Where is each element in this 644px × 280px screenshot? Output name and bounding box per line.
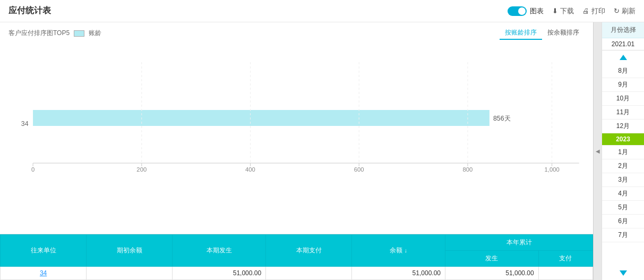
toggle-dot bbox=[518, 7, 526, 15]
print-label: 打印 bbox=[591, 6, 605, 16]
refresh-icon: ↻ bbox=[614, 7, 620, 15]
header-actions: 图表 ⬇ 下载 🖨 打印 ↻ 刷新 bbox=[508, 6, 636, 16]
th-current-payment: 本期支付 bbox=[266, 235, 352, 267]
sidebar-collapse-handle[interactable]: ◀ bbox=[593, 22, 602, 280]
th-vendor: 往来单位 bbox=[1, 235, 87, 267]
sidebar-year[interactable]: 2021.01 bbox=[602, 38, 644, 50]
refresh-label: 刷新 bbox=[622, 6, 636, 16]
sidebar-up-button[interactable] bbox=[602, 50, 644, 64]
td-current-occurrence: 51,000.00 bbox=[173, 267, 266, 280]
legend-box bbox=[74, 30, 84, 37]
chart-wrapper: 34 856天 0 200 400 600 bbox=[0, 42, 593, 234]
sidebar: 月份选择 2021.01 8月9月10月11月12月20231月2月3月4月5月… bbox=[602, 22, 644, 280]
download-icon: ⬇ bbox=[552, 7, 558, 15]
td-opening bbox=[87, 267, 173, 280]
sidebar-month[interactable]: 8月 bbox=[602, 64, 644, 78]
sort-by-amount-tab[interactable]: 按余额排序 bbox=[542, 27, 585, 40]
chart-legend: 客户应付排序图TOP5 账龄 bbox=[8, 29, 101, 38]
sidebar-month[interactable]: 12月 bbox=[602, 120, 644, 133]
sidebar-month[interactable]: 2023 bbox=[602, 133, 644, 146]
svg-text:0: 0 bbox=[31, 166, 35, 173]
table-section: 往来单位 期初余额 本期发生 本期支付 余额 ↓ 本年累计 发生 bbox=[0, 234, 593, 280]
th-balance: 余额 ↓ bbox=[352, 235, 445, 267]
chevron-down-icon[interactable] bbox=[620, 270, 627, 276]
sidebar-month[interactable]: 6月 bbox=[602, 215, 644, 228]
chevron-up-icon[interactable] bbox=[620, 55, 627, 60]
header: 应付统计表 图表 ⬇ 下载 🖨 打印 ↻ 刷新 bbox=[0, 0, 644, 22]
bar-chart: 34 856天 0 200 400 600 bbox=[8, 46, 585, 195]
sidebar-month[interactable]: 9月 bbox=[602, 78, 644, 92]
td-balance: 51,000.00 bbox=[352, 267, 445, 280]
th-ytd-occurrence: 发生 bbox=[445, 251, 539, 267]
sidebar-month[interactable]: 3月 bbox=[602, 173, 644, 187]
app-container: 应付统计表 图表 ⬇ 下载 🖨 打印 ↻ 刷新 bbox=[0, 0, 644, 280]
chart-legend-label: 客户应付排序图TOP5 bbox=[8, 29, 70, 38]
table-row: 34 51,000.00 51,000.00 51,000.00 bbox=[1, 267, 593, 280]
download-button[interactable]: ⬇ 下载 bbox=[552, 6, 574, 16]
sidebar-month[interactable]: 2月 bbox=[602, 159, 644, 173]
toggle-label: 图表 bbox=[530, 6, 544, 16]
sidebar-month[interactable]: 7月 bbox=[602, 228, 644, 242]
chart-bar bbox=[33, 110, 490, 126]
sort-by-balance-tab[interactable]: 按账龄排序 bbox=[500, 27, 542, 40]
sidebar-month[interactable]: 10月 bbox=[602, 92, 644, 106]
legend-box-label: 账龄 bbox=[89, 29, 101, 38]
bar-value-label: 856天 bbox=[493, 115, 511, 122]
download-label: 下载 bbox=[560, 6, 574, 16]
td-ytd-payment bbox=[538, 267, 593, 280]
collapse-icon: ◀ bbox=[596, 148, 600, 154]
data-table: 往来单位 期初余额 本期发生 本期支付 余额 ↓ 本年累计 发生 bbox=[0, 234, 593, 280]
sidebar-header: 月份选择 bbox=[602, 22, 644, 38]
sort-tabs: 按账龄排序 按余额排序 bbox=[500, 27, 585, 40]
svg-text:400: 400 bbox=[245, 166, 255, 173]
print-button[interactable]: 🖨 打印 bbox=[582, 6, 605, 16]
sidebar-month[interactable]: 1月 bbox=[602, 146, 644, 159]
sidebar-months: 8月9月10月11月12月20231月2月3月4月5月6月7月 bbox=[602, 64, 644, 266]
chart-toggle[interactable] bbox=[508, 6, 527, 16]
th-ytd-payment: 支付 bbox=[538, 251, 593, 267]
svg-text:800: 800 bbox=[463, 166, 473, 173]
sidebar-down-button[interactable] bbox=[602, 266, 644, 280]
y-axis-label: 34 bbox=[21, 120, 29, 128]
chart-controls: 客户应付排序图TOP5 账龄 按账龄排序 按余额排序 bbox=[0, 22, 593, 42]
td-current-payment bbox=[266, 267, 352, 280]
th-current-occurrence: 本期发生 bbox=[173, 235, 266, 267]
page-title: 应付统计表 bbox=[8, 5, 51, 16]
td-ytd-occurrence: 51,000.00 bbox=[445, 267, 539, 280]
svg-text:600: 600 bbox=[354, 166, 364, 173]
th-opening: 期初余额 bbox=[87, 235, 173, 267]
sidebar-month[interactable]: 5月 bbox=[602, 201, 644, 215]
svg-text:200: 200 bbox=[136, 166, 147, 173]
th-ytd: 本年累计 bbox=[445, 235, 593, 251]
chart-section: 客户应付排序图TOP5 账龄 按账龄排序 按余额排序 34 856天 bbox=[0, 22, 593, 280]
refresh-button[interactable]: ↻ 刷新 bbox=[614, 6, 636, 16]
sidebar-month[interactable]: 4月 bbox=[602, 187, 644, 201]
print-icon: 🖨 bbox=[582, 7, 589, 15]
chart-toggle-wrapper[interactable]: 图表 bbox=[508, 6, 544, 16]
svg-text:1,000: 1,000 bbox=[545, 166, 560, 173]
td-vendor[interactable]: 34 bbox=[1, 267, 87, 280]
main-content: 客户应付排序图TOP5 账龄 按账龄排序 按余额排序 34 856天 bbox=[0, 22, 644, 280]
sidebar-month[interactable]: 11月 bbox=[602, 106, 644, 120]
